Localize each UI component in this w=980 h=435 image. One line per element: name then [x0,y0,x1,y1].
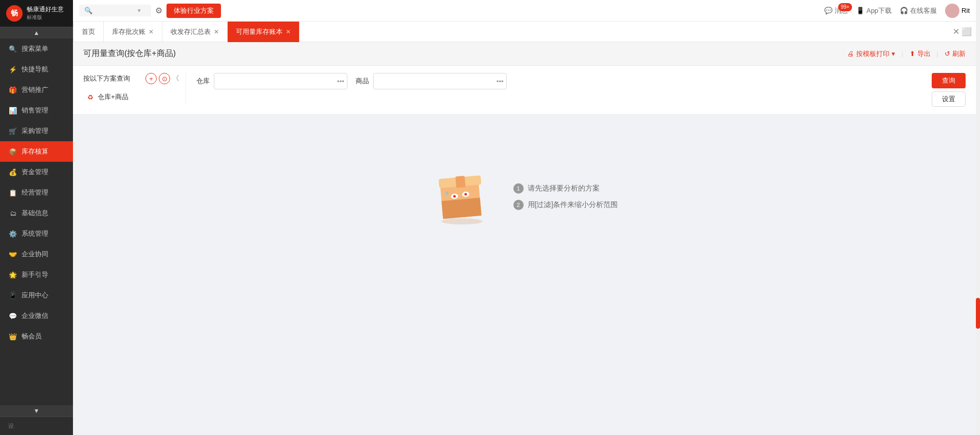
tab-batch-ledger-label: 库存批次账 [112,27,145,36]
sidebar-scroll-down[interactable]: ▼ [0,405,73,417]
sidebar-item-shortcut[interactable]: ⚡ 快捷导航 [0,59,73,80]
scheme-item-warehouse-goods[interactable]: ♻ 仓库+商品 [83,89,179,105]
app-download-btn[interactable]: 📱 App下载 [856,6,892,15]
sidebar-item-label: 营销推广 [22,85,48,94]
hint-num-2: 2 [513,200,524,210]
sidebar-item-label: 库存核算 [22,147,48,156]
empty-hints: 1 请先选择要分析的方案 2 用[过滤]条件来缩小分析范围 [513,183,618,210]
sidebar-item-label: 销售管理 [22,106,48,115]
sidebar-item-system[interactable]: ⚙️ 系统管理 [0,223,73,244]
user-avatar-area[interactable]: Rit [945,4,970,18]
recycle-icon: ♻ [87,93,94,101]
tab-close-btn[interactable]: ✕ [953,27,959,36]
scheme-settings-btn[interactable]: ⊙ [159,73,170,84]
sidebar-item-label: 经营管理 [22,188,48,197]
sidebar-brand: 畅康通好生意 标准版 [27,6,64,21]
goods-more-btn[interactable]: ••• [496,78,504,85]
tab-home[interactable]: 首页 [73,22,104,42]
clipboard-icon: 📋 [8,188,17,197]
main-area: 🔍 ▾ ⚙ 体验行业方案 💬 消息 99+ 📱 App下载 🎧 在线客服 R [73,0,976,435]
sidebar-item-label: 系统管理 [22,229,48,238]
box-icon: 📦 [8,147,17,156]
print-template-btn[interactable]: 🖨 按模板打印 ▾ [847,49,895,59]
filter-actions: 查询 设置 [928,73,966,107]
tab-stock-summary-close[interactable]: ✕ [214,28,219,35]
tab-maximize-btn[interactable]: ⬜ [961,27,972,36]
scrollbar-thumb [976,298,980,329]
scheme-add-btn[interactable]: + [145,73,157,84]
sidebar-item-purchase[interactable]: 🛒 采购管理 [0,121,73,141]
sidebar-item-app-center[interactable]: 📱 应用中心 [0,285,73,306]
page-title: 可用量查询(按仓库+商品) [83,48,176,59]
query-btn[interactable]: 查询 [932,73,966,88]
sidebar: 畅 畅康通好生意 标准版 ▲ 🔍 搜索菜单 ⚡ 快捷导航 🎁 营销推广 📊 销售… [0,0,73,435]
info-icon: 🗂 [8,209,17,218]
scheme-collapse-btn[interactable]: 《 [172,73,179,84]
sidebar-item-newbie[interactable]: 🌟 新手引导 [0,264,73,285]
sidebar-item-wechat[interactable]: 💬 企业微信 [0,306,73,326]
sep2: | [937,50,938,58]
sidebar-item-finance[interactable]: 💰 资金管理 [0,162,73,182]
sidebar-item-member[interactable]: 👑 畅会员 [0,326,73,347]
headset-icon: 🎧 [900,7,908,14]
setting-btn[interactable]: 设置 [932,91,966,107]
sidebar-item-label: 应用中心 [22,291,48,300]
goods-input-wrap: ••• [373,73,507,89]
hint-text-1: 请先选择要分析的方案 [528,184,600,193]
handshake-icon: 🤝 [8,250,17,259]
chat-icon: 💬 [8,311,17,320]
topbar-search-box: 🔍 ▾ [79,5,151,16]
msg-badge: 99+ [838,3,852,11]
tab-available-ledger-close[interactable]: ✕ [286,28,291,35]
msg-btn[interactable]: 💬 消息 99+ [824,6,848,15]
tab-available-ledger[interactable]: 可用量库存账本 ✕ [228,22,300,42]
warehouse-input[interactable] [214,73,347,89]
page-header-actions: 🖨 按模板打印 ▾ | ⬆ 导出 | ↺ 刷新 [847,49,966,59]
settings-gear-icon[interactable]: ⚙ [155,6,162,15]
avatar [945,4,959,18]
export-btn[interactable]: ⬆ 导出 [910,49,931,59]
sidebar-item-label: 资金管理 [22,167,48,177]
warehouse-more-btn[interactable]: ••• [337,78,344,85]
refresh-btn[interactable]: ↺ 刷新 [945,49,966,59]
gear-icon: ⚙️ [8,229,17,238]
filter-area: 按以下方案查询 + ⊙ 《 ♻ 仓库+商品 仓库 [73,66,976,115]
sidebar-item-label: 快捷导航 [22,65,48,74]
filter-scheme-panel: 按以下方案查询 + ⊙ 《 ♻ 仓库+商品 [83,73,186,105]
msg-icon: 💬 [824,7,833,14]
chevron-down-icon: ▾ [138,7,141,14]
sidebar-footer: 设 [0,417,73,435]
sidebar-scroll-up[interactable]: ▲ [0,27,73,39]
scheme-item-label: 仓库+商品 [98,92,128,102]
sidebar-item-label: 新手引导 [22,270,48,279]
page-content: 可用量查询(按仓库+商品) 🖨 按模板打印 ▾ | ⬆ 导出 | ↺ 刷新 [73,42,976,435]
trial-btn[interactable]: 体验行业方案 [167,4,221,18]
sidebar-scroll: 🔍 搜索菜单 ⚡ 快捷导航 🎁 营销推广 📊 销售管理 🛒 采购管理 📦 库存核… [0,39,73,405]
sidebar-item-search[interactable]: 🔍 搜索菜单 [0,39,73,59]
sidebar-item-enterprise[interactable]: 🤝 企业协同 [0,244,73,264]
sidebar-item-marketing[interactable]: 🎁 营销推广 [0,80,73,100]
filter-field-warehouse: 仓库 ••• [196,73,347,89]
export-icon: ⬆ [910,50,915,58]
scheme-header: 按以下方案查询 + ⊙ 《 [83,73,179,84]
sep1: | [901,50,903,58]
sidebar-item-label: 畅会员 [22,332,42,341]
sidebar-item-sales[interactable]: 📊 销售管理 [0,100,73,121]
hint-num-1: 1 [513,183,524,194]
tabs-bar: 首页 库存批次账 ✕ 收发存汇总表 ✕ 可用量库存账本 ✕ ✕ ⬜ [73,22,976,42]
scheme-actions: + ⊙ 《 [145,73,179,84]
sidebar-item-basic-info[interactable]: 🗂 基础信息 [0,203,73,223]
online-service-btn[interactable]: 🎧 在线客服 [900,6,937,15]
sidebar-item-label: 搜索菜单 [22,44,48,53]
goods-input[interactable] [373,73,507,89]
tab-batch-ledger[interactable]: 库存批次账 ✕ [104,22,162,42]
tab-stock-summary[interactable]: 收发存汇总表 ✕ [162,22,228,42]
sidebar-item-business[interactable]: 📋 经营管理 [0,182,73,203]
sidebar-item-inventory[interactable]: 📦 库存核算 [0,141,73,162]
topbar-search-input[interactable] [95,7,136,14]
empty-illustration [431,166,493,228]
right-scrollbar[interactable] [976,0,980,435]
tab-batch-ledger-close[interactable]: ✕ [149,28,154,35]
sidebar-item-label: 采购管理 [22,126,48,136]
sidebar-logo: 畅 [6,5,23,22]
